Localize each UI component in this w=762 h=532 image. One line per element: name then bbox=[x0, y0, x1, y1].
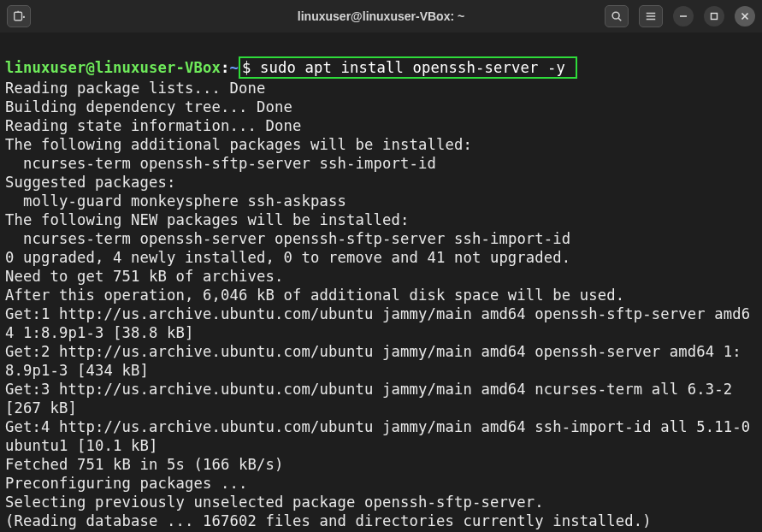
prompt-dollar: $ bbox=[242, 59, 260, 76]
output-line: Get:2 http://us.archive.ubuntu.com/ubunt… bbox=[5, 343, 741, 379]
output-line: Building dependency tree... Done bbox=[5, 98, 292, 115]
output-line: After this operation, 6,046 kB of additi… bbox=[5, 287, 624, 304]
terminal-body[interactable]: linuxuser@linuxuser-VBox:~$ sudo apt ins… bbox=[0, 33, 762, 532]
output-line: Reading state information... Done bbox=[5, 117, 301, 134]
hamburger-icon bbox=[645, 10, 657, 22]
command-text: sudo apt install openssh-server -y bbox=[260, 59, 565, 76]
window-title: linuxuser@linuxuser-VBox: ~ bbox=[298, 9, 464, 23]
menu-button[interactable] bbox=[639, 5, 663, 27]
minimize-button[interactable] bbox=[673, 6, 694, 27]
maximize-button[interactable] bbox=[704, 6, 724, 27]
output-line: Get:1 http://us.archive.ubuntu.com/ubunt… bbox=[5, 305, 750, 341]
search-icon bbox=[611, 10, 623, 22]
output-line: Selecting previously unselected package … bbox=[5, 494, 544, 511]
svg-point-3 bbox=[612, 12, 619, 19]
output-line: molly-guard monkeysphere ssh-askpass bbox=[5, 192, 346, 210]
prompt-path: ~ bbox=[229, 59, 239, 76]
output-line: Preconfiguring packages ... bbox=[5, 475, 247, 492]
minimize-icon bbox=[679, 12, 688, 21]
svg-line-4 bbox=[618, 18, 621, 21]
new-tab-button[interactable] bbox=[7, 5, 31, 27]
output-line: Get:3 http://us.archive.ubuntu.com/ubunt… bbox=[5, 381, 741, 417]
output-line: 0 upgraded, 4 newly installed, 0 to remo… bbox=[5, 249, 570, 266]
output-line: Need to get 751 kB of archives. bbox=[5, 268, 283, 285]
close-icon bbox=[741, 12, 749, 21]
output-line: Reading package lists... Done bbox=[5, 80, 265, 97]
output-line: ncurses-term openssh-server openssh-sftp… bbox=[5, 230, 570, 247]
output-line: ncurses-term openssh-sftp-server ssh-imp… bbox=[5, 155, 436, 172]
search-button[interactable] bbox=[605, 5, 629, 27]
new-tab-icon bbox=[13, 10, 25, 22]
output-line: Get:4 http://us.archive.ubuntu.com/ubunt… bbox=[5, 418, 750, 454]
output-line: The following NEW packages will be insta… bbox=[5, 211, 409, 228]
window-titlebar: linuxuser@linuxuser-VBox: ~ bbox=[0, 0, 762, 33]
titlebar-right-controls bbox=[605, 5, 755, 27]
close-button[interactable] bbox=[735, 6, 755, 27]
output-line: Suggested packages: bbox=[5, 174, 175, 191]
maximize-icon bbox=[710, 12, 718, 21]
output-line: The following additional packages will b… bbox=[5, 136, 472, 153]
svg-rect-0 bbox=[15, 12, 22, 21]
output-line: Fetched 751 kB in 5s (166 kB/s) bbox=[5, 456, 283, 473]
output-line: (Reading database ... 167602 files and d… bbox=[5, 512, 652, 529]
command-highlight: $ sudo apt install openssh-server -y bbox=[239, 56, 577, 79]
prompt-line: linuxuser@linuxuser-VBox:~$ sudo apt ins… bbox=[5, 59, 577, 76]
svg-rect-9 bbox=[712, 14, 718, 20]
prompt-colon: : bbox=[221, 59, 230, 76]
prompt-user-host: linuxuser@linuxuser-VBox bbox=[5, 59, 221, 76]
